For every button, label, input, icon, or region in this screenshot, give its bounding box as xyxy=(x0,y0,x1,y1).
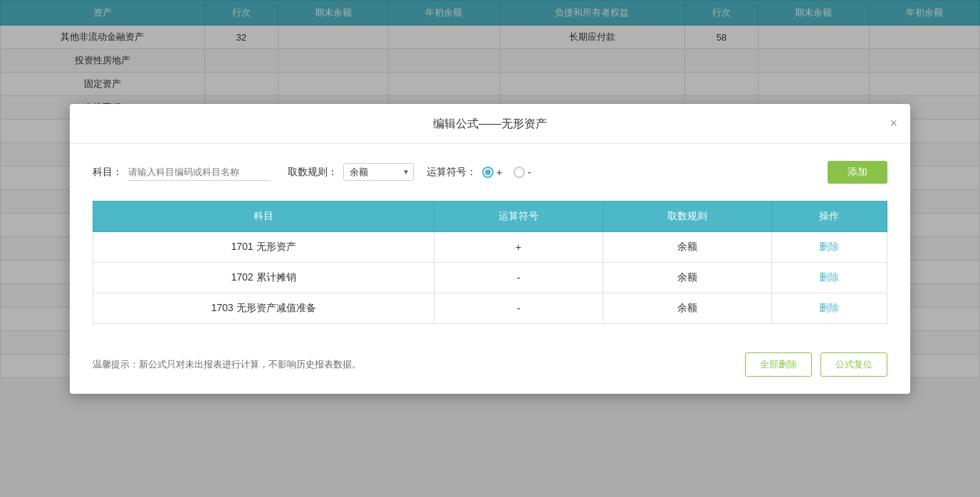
formula-row: 1703 无形资产减值准备 - 余额 删除 xyxy=(93,293,887,323)
modal-close-button[interactable]: × xyxy=(890,117,897,130)
col-action-header: 操作 xyxy=(771,201,887,231)
reset-formula-button[interactable]: 公式复位 xyxy=(820,352,887,377)
modal-body: 科目： 取数规则： 余额 借方发生额 贷方发生额 ▼ xyxy=(70,144,910,341)
col-subject-header: 科目 xyxy=(93,201,434,231)
radio-group: + - xyxy=(482,167,531,178)
formula-subject: 1701 无形资产 xyxy=(93,231,434,262)
footer-buttons: 全部删除 公式复位 xyxy=(745,352,887,377)
formula-subject: 1702 累计摊销 xyxy=(93,262,434,293)
delete-link[interactable]: 删除 xyxy=(819,302,839,313)
formula-action: 删除 xyxy=(771,262,887,293)
radio-plus-item[interactable]: + xyxy=(482,167,502,178)
formula-subject: 1703 无形资产减值准备 xyxy=(93,293,434,323)
form-row: 科目： 取数规则： 余额 借方发生额 贷方发生额 ▼ xyxy=(93,161,887,184)
formula-row: 1701 无形资产 + 余额 删除 xyxy=(93,231,887,262)
formula-rule: 余额 xyxy=(603,262,771,293)
modal-overlay: 编辑公式——无形资产 × 科目： 取数规则： 余额 借方发生额 xyxy=(0,0,980,497)
formula-rule: 余额 xyxy=(603,231,771,262)
rule-select[interactable]: 余额 借方发生额 贷方发生额 xyxy=(343,163,414,181)
radio-minus-label: - xyxy=(528,167,531,178)
formula-row: 1702 累计摊销 - 余额 删除 xyxy=(93,262,887,293)
radio-minus-item[interactable]: - xyxy=(514,167,531,178)
subject-group: 科目： xyxy=(93,164,271,181)
modal-header: 编辑公式——无形资产 × xyxy=(70,104,910,144)
radio-plus-label: + xyxy=(496,167,502,178)
delete-all-button[interactable]: 全部删除 xyxy=(745,352,812,377)
rule-label: 取数规则： xyxy=(288,166,338,179)
formula-operator: - xyxy=(434,262,603,293)
rule-group: 取数规则： 余额 借方发生额 贷方发生额 ▼ xyxy=(288,163,410,181)
formula-table: 科目 运算符号 取数规则 操作 1701 无形资产 + 余额 删除 1702 累… xyxy=(93,201,887,324)
delete-link[interactable]: 删除 xyxy=(819,271,839,283)
formula-operator: + xyxy=(434,231,603,262)
formula-action: 删除 xyxy=(771,293,887,323)
radio-minus-circle xyxy=(514,167,525,178)
formula-operator: - xyxy=(434,293,603,323)
modal-title: 编辑公式——无形资产 xyxy=(433,117,547,132)
subject-input[interactable] xyxy=(128,164,271,181)
rule-select-wrap: 余额 借方发生额 贷方发生额 ▼ xyxy=(343,163,410,181)
radio-plus-circle xyxy=(482,167,494,178)
add-button[interactable]: 添加 xyxy=(828,161,887,184)
formula-rule: 余额 xyxy=(603,293,771,323)
subject-label: 科目： xyxy=(93,166,123,179)
modal-footer: 温馨提示：新公式只对未出报表进行计算，不影响历史报表数据。 全部删除 公式复位 xyxy=(70,341,910,394)
col-operator-header: 运算符号 xyxy=(434,201,603,231)
operator-group: 运算符号： + - xyxy=(427,166,531,179)
footer-tip: 温馨提示：新公式只对未出报表进行计算，不影响历史报表数据。 xyxy=(93,358,361,371)
formula-action: 删除 xyxy=(771,231,887,262)
delete-link[interactable]: 删除 xyxy=(819,241,839,252)
col-rule-header: 取数规则 xyxy=(603,201,771,231)
modal-dialog: 编辑公式——无形资产 × 科目： 取数规则： 余额 借方发生额 xyxy=(70,104,910,394)
operator-label: 运算符号： xyxy=(427,166,476,179)
